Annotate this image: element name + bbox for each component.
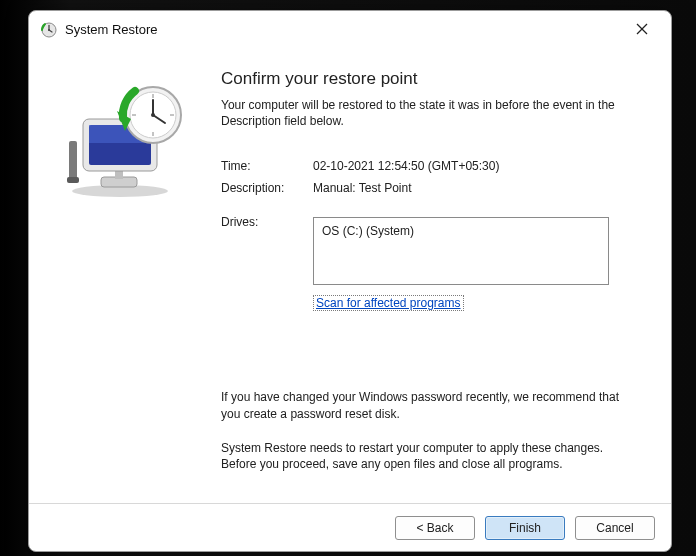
restart-notice: System Restore needs to restart your com… xyxy=(221,440,641,472)
system-restore-window: System Restore xyxy=(28,10,672,552)
drive-item[interactable]: OS (C:) (System) xyxy=(322,224,600,238)
content-pane: Confirm your restore point Your computer… xyxy=(207,47,671,503)
cancel-button[interactable]: Cancel xyxy=(575,516,655,540)
drives-row: Drives: OS (C:) (System) Scan for affect… xyxy=(221,215,641,311)
svg-rect-9 xyxy=(67,177,79,183)
page-subtext: Your computer will be restored to the st… xyxy=(221,97,641,129)
drives-label: Drives: xyxy=(221,215,313,229)
drives-listbox[interactable]: OS (C:) (System) xyxy=(313,217,609,285)
scan-affected-programs-link[interactable]: Scan for affected programs xyxy=(313,295,464,311)
restore-illustration xyxy=(45,73,195,203)
system-restore-icon xyxy=(39,20,57,38)
time-label: Time: xyxy=(221,159,313,173)
svg-rect-8 xyxy=(69,141,77,179)
password-notice: If you have changed your Windows passwor… xyxy=(221,389,641,421)
svg-point-23 xyxy=(151,113,155,117)
left-pane xyxy=(29,47,207,503)
body: Confirm your restore point Your computer… xyxy=(29,47,671,503)
time-value: 02-10-2021 12:54:50 (GMT+05:30) xyxy=(313,159,641,173)
window-title: System Restore xyxy=(65,22,157,37)
footer: < Back Finish Cancel xyxy=(29,503,671,551)
svg-point-4 xyxy=(48,29,50,31)
back-button[interactable]: < Back xyxy=(395,516,475,540)
description-value: Manual: Test Point xyxy=(313,181,641,195)
close-button[interactable] xyxy=(619,15,665,43)
finish-button[interactable]: Finish xyxy=(485,516,565,540)
titlebar: System Restore xyxy=(29,11,671,47)
description-label: Description: xyxy=(221,181,313,195)
close-icon xyxy=(636,23,648,35)
info-grid: Time: 02-10-2021 12:54:50 (GMT+05:30) De… xyxy=(221,159,641,195)
page-heading: Confirm your restore point xyxy=(221,69,641,89)
